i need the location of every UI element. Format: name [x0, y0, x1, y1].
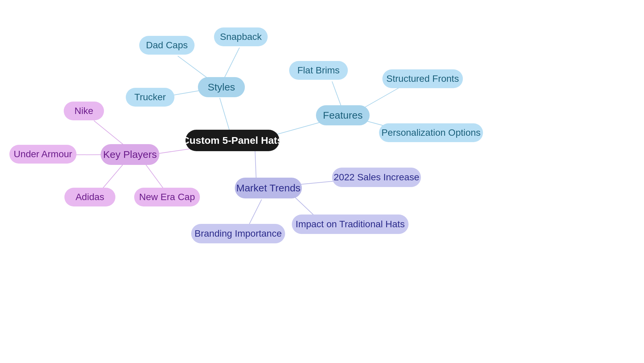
dad-caps-node: Dad Caps — [139, 36, 195, 55]
features-node: Features — [316, 105, 370, 125]
nike-node: Nike — [64, 102, 104, 120]
impact-traditional-node: Impact on Traditional Hats — [292, 215, 409, 234]
styles-node: Styles — [198, 77, 245, 97]
trucker-node: Trucker — [126, 88, 174, 107]
adidas-node: Adidas — [64, 188, 115, 206]
branding-importance-node: Branding Importance — [191, 224, 285, 243]
snapback-node: Snapback — [214, 27, 268, 46]
center-node: Custom 5-Panel Hats — [185, 130, 279, 151]
market-trends-node: Market Trends — [235, 178, 302, 198]
under-armour-node: Under Armour — [9, 145, 76, 164]
structured-fronts-node: Structured Fronts — [382, 69, 463, 88]
key-players-node: Key Players — [101, 144, 159, 165]
personalization-node: Personalization Options — [379, 123, 483, 142]
flat-brims-node: Flat Brims — [289, 61, 348, 80]
new-era-cap-node: New Era Cap — [134, 188, 200, 206]
svg-line-13 — [255, 147, 256, 181]
sales-increase-node: 2022 Sales Increase — [332, 168, 421, 187]
